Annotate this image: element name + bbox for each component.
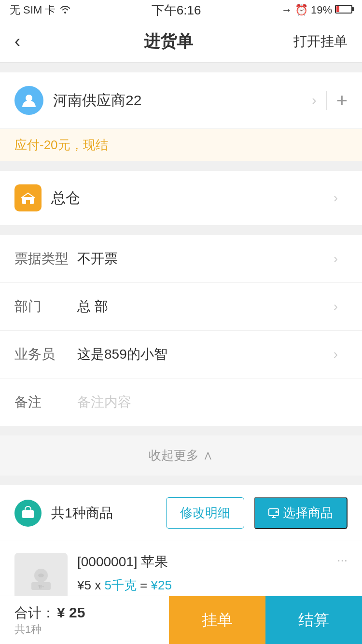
form-section: 票据类型 不开票 › 部门 总 部 › 业务员 这是859的小智 › 备注 备注…	[0, 235, 362, 426]
vertical-divider	[326, 91, 327, 110]
wifi-icon	[59, 4, 71, 16]
page-title: 进货单	[144, 30, 193, 53]
invoice-value: 不开票	[77, 250, 334, 268]
sales-label: 业务员	[14, 345, 77, 364]
product-count: 共1种商品	[51, 504, 156, 522]
svg-rect-3	[22, 510, 34, 518]
svg-rect-2	[26, 200, 30, 204]
product-header: 共1种商品 修改明细 选择商品	[0, 485, 362, 541]
sales-value: 这是859的小智	[77, 345, 334, 364]
svg-point-10	[38, 574, 44, 577]
warehouse-section: 总仓 ›	[0, 171, 362, 225]
location-icon: →	[281, 4, 292, 16]
quantity: 5千克	[104, 578, 136, 592]
bottom-bar: 合计： ¥ 25 共1种 挂单 结算	[0, 596, 362, 644]
battery-percent: 19%	[311, 4, 332, 16]
invoice-label: 票据类型	[14, 250, 77, 268]
status-right: → ⏰ 19%	[281, 4, 352, 16]
supplier-name: 河南供应商22	[53, 91, 312, 111]
status-time: 下午6:16	[152, 2, 201, 19]
remark-label: 备注	[14, 393, 77, 411]
product-more-button[interactable]: ···	[337, 553, 348, 568]
sales-chevron: ›	[334, 347, 338, 362]
status-bar: 无 SIM 卡 下午6:16 → ⏰ 19%	[0, 0, 362, 20]
open-hang-button[interactable]: 打开挂单	[293, 32, 348, 51]
invoice-chevron: ›	[334, 251, 338, 266]
back-button[interactable]: ‹	[14, 31, 43, 52]
total-label: 合计：	[14, 604, 55, 622]
supplier-section: 河南供应商22 › + 应付-20元，现结	[0, 72, 362, 161]
product-icon	[14, 500, 42, 527]
svg-text:智+: 智+	[38, 585, 44, 589]
warehouse-chevron: ›	[334, 190, 338, 206]
battery-icon	[335, 4, 352, 16]
edit-detail-button[interactable]: 修改明细	[166, 497, 244, 529]
nav-bar: ‹ 进货单 打开挂单	[0, 20, 362, 63]
total-sub: 共1种	[14, 622, 154, 637]
total-section: 合计： ¥ 25 共1种	[0, 596, 169, 644]
dept-chevron: ›	[334, 299, 338, 314]
equals-sign: =	[140, 578, 151, 592]
supplier-avatar	[14, 86, 43, 115]
warehouse-row[interactable]: 总仓 ›	[0, 171, 362, 225]
remark-row[interactable]: 备注 备注内容	[0, 378, 362, 426]
dept-row[interactable]: 部门 总 部 ›	[0, 282, 362, 330]
product-code: [0000001]	[77, 554, 141, 569]
total-amount: ¥ 25	[57, 604, 85, 621]
payment-hint: 应付-20元，现结	[0, 129, 362, 161]
supplier-chevron: ›	[312, 93, 316, 108]
select-product-label: 选择商品	[283, 504, 333, 521]
svg-point-0	[26, 95, 32, 101]
product-price: ¥5 x 5千克 = ¥25	[77, 577, 327, 594]
sales-row[interactable]: 业务员 这是859的小智 ›	[0, 330, 362, 378]
dept-value: 总 部	[77, 297, 334, 316]
carrier-text: 无 SIM 卡	[10, 3, 56, 17]
remark-placeholder: 备注内容	[77, 393, 348, 411]
warehouse-name: 总仓	[51, 188, 334, 208]
alarm-icon: ⏰	[295, 4, 308, 16]
collapse-button[interactable]: 收起更多 ∧	[0, 435, 362, 476]
invoice-row[interactable]: 票据类型 不开票 ›	[0, 235, 362, 282]
subtotal: ¥25	[151, 578, 172, 592]
product-name: [0000001] 苹果	[77, 553, 327, 571]
hang-button[interactable]: 挂单	[169, 596, 265, 644]
product-title: 苹果	[141, 554, 168, 569]
checkout-button[interactable]: 结算	[265, 596, 362, 644]
supplier-row[interactable]: 河南供应商22 › +	[0, 72, 362, 129]
warehouse-icon	[14, 184, 42, 211]
select-product-button[interactable]: 选择商品	[254, 497, 348, 529]
dept-label: 部门	[14, 297, 77, 316]
product-info: [0000001] 苹果 ¥5 x 5千克 = ¥25	[77, 553, 327, 594]
unit-price: ¥5 x	[77, 578, 104, 592]
status-carrier: 无 SIM 卡	[10, 3, 71, 17]
add-button[interactable]: +	[336, 90, 348, 112]
